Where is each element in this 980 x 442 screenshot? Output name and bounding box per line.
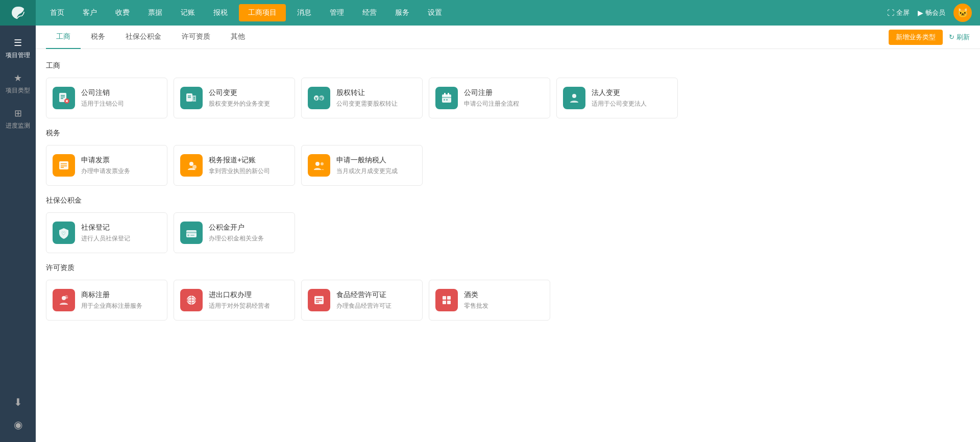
location-icon[interactable]: ◉ xyxy=(9,415,27,434)
company-change-name: 公司变更 xyxy=(209,88,270,97)
card-general-taxpayer[interactable]: 申请一般纳税人 当月或次月成变更完成 xyxy=(301,145,423,186)
nav-fee[interactable]: 收费 xyxy=(106,0,139,26)
apply-invoice-icon xyxy=(53,154,75,177)
nav-manage[interactable]: 管理 xyxy=(321,0,353,26)
food-license-desc: 办理食品经营许可证 xyxy=(336,302,391,310)
company-change-desc: 股权变更外的业务变更 xyxy=(209,100,270,108)
tab-tax[interactable]: 税务 xyxy=(81,26,115,49)
provident-fund-name: 公积金开户 xyxy=(209,223,264,232)
svg-rect-42 xyxy=(314,296,324,304)
card-provident-fund[interactable]: 公积金开户 办理公积金相关业务 xyxy=(174,212,295,253)
social-security-info: 社保登记 进行人员社保登记 xyxy=(81,223,130,243)
download-icon[interactable]: ⬇ xyxy=(9,393,27,411)
svg-rect-32 xyxy=(186,230,197,237)
company-register-desc: 申请公司注册全流程 xyxy=(464,100,519,108)
user-avatar[interactable]: 🐱 xyxy=(953,4,972,22)
svg-rect-49 xyxy=(447,301,451,304)
svg-rect-23 xyxy=(59,161,68,169)
svg-point-22 xyxy=(572,94,576,98)
company-change-icon xyxy=(180,87,203,109)
legal-change-info: 法人变更 适用于公司变更法人 xyxy=(592,88,647,108)
nav-account[interactable]: 记账 xyxy=(172,0,204,26)
svg-point-29 xyxy=(315,162,320,166)
refresh-button[interactable]: ↻ 刷新 xyxy=(949,33,970,42)
card-equity-transfer[interactable]: ¥ ¥ 股权转让 公司变更需要股权转让 xyxy=(301,78,423,118)
card-company-cancel[interactable]: 公司注销 适用于注销公司 xyxy=(46,78,167,118)
nav-ticket[interactable]: 票据 xyxy=(139,0,172,26)
sidebar-item-project-type[interactable]: ★ 项目类型 xyxy=(0,66,36,101)
card-food-license[interactable]: 食品经营许可证 办理食品经营许可证 xyxy=(301,280,423,321)
card-company-change[interactable]: 公司变更 股权变更外的业务变更 xyxy=(174,78,295,118)
svg-point-30 xyxy=(321,162,324,165)
nav-operation[interactable]: 经营 xyxy=(353,0,386,26)
company-cancel-name: 公司注销 xyxy=(81,88,124,97)
nav-home[interactable]: 首页 xyxy=(41,0,74,26)
equity-transfer-name: 股权转让 xyxy=(336,88,398,97)
svg-rect-18 xyxy=(448,93,449,96)
equity-transfer-desc: 公司变更需要股权转让 xyxy=(336,100,398,108)
svg-rect-17 xyxy=(444,93,446,96)
liquor-info: 酒类 零售批发 xyxy=(464,290,488,310)
card-social-security[interactable]: ♡ 社保登记 进行人员社保登记 xyxy=(46,212,167,253)
nav-settings[interactable]: 设置 xyxy=(419,0,451,26)
tab-social[interactable]: 社保公积金 xyxy=(115,26,172,49)
apply-invoice-desc: 办理申请发票业务 xyxy=(81,167,130,176)
nav-right: ⛶ 全屏 ▶ 畅会员 🐱 xyxy=(887,4,980,22)
card-tax-report[interactable]: 税务报道+记账 拿到营业执照的新公司 xyxy=(174,145,295,186)
sidebar-item-progress[interactable]: ⊞ 进度监测 xyxy=(0,101,36,136)
card-legal-change[interactable]: 法人变更 适用于公司变更法人 xyxy=(556,78,678,118)
provident-fund-desc: 办理公积金相关业务 xyxy=(209,234,264,243)
tab-actions: 新增业务类型 ↻ 刷新 xyxy=(889,30,970,45)
nav-service[interactable]: 服务 xyxy=(386,0,419,26)
provident-fund-icon xyxy=(180,222,203,244)
svg-rect-35 xyxy=(190,235,194,236)
card-company-register[interactable]: 公司注册 申请公司注册全流程 xyxy=(429,78,550,118)
apply-invoice-info: 申请发票 办理申请发票业务 xyxy=(81,156,130,176)
nav-message[interactable]: 消息 xyxy=(288,0,321,26)
tax-cards: 申请发票 办理申请发票业务 税务报道+记账 xyxy=(46,145,970,186)
nav-customer[interactable]: 客户 xyxy=(74,0,106,26)
tab-bar: 工商 税务 社保公积金 许可资质 其他 新增业务类型 ↻ 刷新 xyxy=(36,26,980,49)
food-license-info: 食品经营许可证 办理食品经营许可证 xyxy=(336,290,391,310)
import-export-info: 进出口权办理 适用于对外贸易经营者 xyxy=(209,290,270,310)
svg-rect-46 xyxy=(443,296,446,300)
card-trademark[interactable]: ™ 商标注册 用于企业商标注册服务 xyxy=(46,280,167,321)
general-taxpayer-info: 申请一般纳税人 当月或次月成变更完成 xyxy=(336,156,398,176)
general-taxpayer-icon xyxy=(308,154,330,177)
tab-other[interactable]: 其他 xyxy=(220,26,255,49)
content-area: 工商 税务 社保公积金 许可资质 其他 新增业务类型 ↻ 刷新 工商 xyxy=(36,26,980,442)
top-navigation: 首页 客户 收费 票据 记账 报税 工商项目 消息 管理 经营 服务 设置 ⛶ … xyxy=(0,0,980,26)
main-layout: ☰ 项目管理 ★ 项目类型 ⊞ 进度监测 ⬇ ◉ 工商 税务 社保公积金 许可资… xyxy=(0,26,980,442)
section-title-social: 社保公积金 xyxy=(46,196,970,205)
company-cancel-desc: 适用于注销公司 xyxy=(81,100,124,108)
card-apply-invoice[interactable]: 申请发票 办理申请发票业务 xyxy=(46,145,167,186)
liquor-desc: 零售批发 xyxy=(464,302,488,310)
logo xyxy=(0,0,36,26)
general-taxpayer-name: 申请一般纳税人 xyxy=(336,156,398,165)
card-import-export[interactable]: 进出口权办理 适用于对外贸易经营者 xyxy=(174,280,295,321)
add-type-button[interactable]: 新增业务类型 xyxy=(889,30,943,45)
equity-transfer-info: 股权转让 公司变更需要股权转让 xyxy=(336,88,398,108)
vip-button[interactable]: ▶ 畅会员 xyxy=(918,8,945,17)
company-register-icon xyxy=(435,87,458,109)
legal-change-icon xyxy=(563,87,585,109)
refresh-icon: ↻ xyxy=(949,33,954,41)
social-security-icon: ♡ xyxy=(53,222,75,244)
svg-rect-16 xyxy=(442,94,451,103)
section-title-industrial: 工商 xyxy=(46,61,970,70)
nav-items: 首页 客户 收费 票据 记账 报税 工商项目 消息 管理 经营 服务 设置 xyxy=(36,0,887,26)
card-liquor[interactable]: 酒类 零售批发 xyxy=(429,280,550,321)
tab-license[interactable]: 许可资质 xyxy=(172,26,220,49)
section-title-license: 许可资质 xyxy=(46,263,970,273)
company-change-info: 公司变更 股权变更外的业务变更 xyxy=(209,88,270,108)
nav-report[interactable]: 报税 xyxy=(204,0,237,26)
company-cancel-icon xyxy=(53,87,75,109)
provident-fund-info: 公积金开户 办理公积金相关业务 xyxy=(209,223,264,243)
trademark-desc: 用于企业商标注册服务 xyxy=(81,302,142,310)
nav-industrial[interactable]: 工商项目 xyxy=(239,4,286,21)
sidebar-item-project-management[interactable]: ☰ 项目管理 xyxy=(0,31,36,66)
fullscreen-button[interactable]: ⛶ 全屏 xyxy=(887,8,910,17)
svg-point-34 xyxy=(187,234,189,236)
tab-industrial[interactable]: 工商 xyxy=(46,26,81,49)
progress-icon: ⊞ xyxy=(12,107,24,119)
